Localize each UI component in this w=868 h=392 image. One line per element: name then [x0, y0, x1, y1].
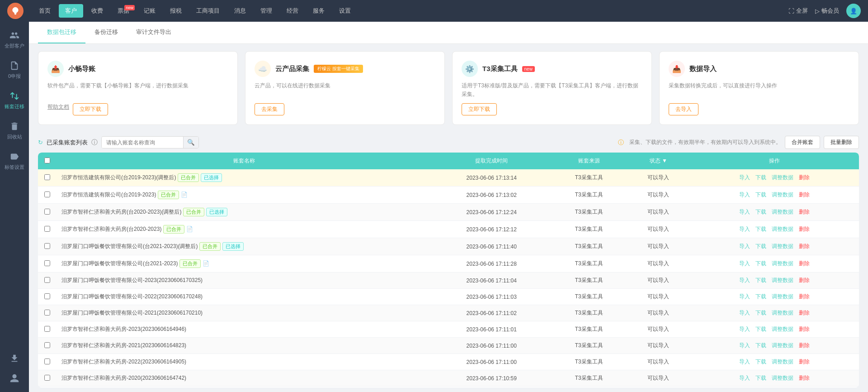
- member-btn[interactable]: ▷ 畅会员: [815, 7, 839, 15]
- import-link[interactable]: 导入: [739, 310, 750, 316]
- delete-link[interactable]: 删除: [799, 260, 810, 267]
- download-link[interactable]: 下载: [755, 277, 766, 283]
- row-checkbox[interactable]: [44, 243, 50, 249]
- nav-tax[interactable]: 报税: [164, 4, 188, 18]
- nav-fee[interactable]: 收费: [85, 4, 109, 18]
- nav-message[interactable]: 消息: [228, 4, 252, 18]
- adjust-link[interactable]: 调整数据: [772, 375, 793, 381]
- download-link[interactable]: 下载: [755, 326, 766, 332]
- card-dataimport-import-btn[interactable]: 去导入: [669, 103, 698, 115]
- row-checkbox[interactable]: [44, 277, 50, 283]
- adjust-link[interactable]: 调整数据: [772, 293, 793, 300]
- import-link[interactable]: 导入: [739, 260, 750, 267]
- delete-link[interactable]: 删除: [799, 277, 810, 283]
- download-link[interactable]: 下载: [755, 342, 766, 349]
- tab-audit-export[interactable]: 审计文件导出: [127, 22, 180, 43]
- import-link[interactable]: 导入: [739, 293, 750, 300]
- delete-link[interactable]: 删除: [799, 191, 810, 198]
- card-cloud-collect-btn[interactable]: 去采集: [255, 103, 284, 115]
- nav-manage[interactable]: 管理: [254, 4, 278, 18]
- delete-link[interactable]: 删除: [799, 209, 810, 215]
- nav-invoice[interactable]: 票据 new: [111, 4, 136, 18]
- download-link[interactable]: 下载: [755, 310, 766, 316]
- refresh-icon[interactable]: ↻: [38, 139, 43, 146]
- tab-data-migrate[interactable]: 数据包迁移: [38, 22, 85, 43]
- adjust-link[interactable]: 调整数据: [772, 359, 793, 365]
- delete-link[interactable]: 删除: [799, 243, 810, 249]
- download-link[interactable]: 下载: [755, 359, 766, 365]
- sidebar-item-download[interactable]: [0, 349, 29, 368]
- delete-link[interactable]: 删除: [799, 293, 810, 300]
- adjust-link[interactable]: 调整数据: [772, 191, 793, 198]
- adjust-link[interactable]: 调整数据: [772, 174, 793, 181]
- import-link[interactable]: 导入: [739, 191, 750, 198]
- nav-settings[interactable]: 设置: [333, 4, 357, 18]
- import-link[interactable]: 导入: [739, 243, 750, 249]
- download-link[interactable]: 下载: [755, 226, 766, 232]
- adjust-link[interactable]: 调整数据: [772, 209, 793, 215]
- file-icon[interactable]: 📄: [203, 260, 209, 267]
- col-status[interactable]: 状态 ▼: [627, 153, 690, 169]
- fullscreen-btn[interactable]: ⛶ 全屏: [788, 7, 808, 15]
- adjust-link[interactable]: 调整数据: [772, 326, 793, 332]
- adjust-link[interactable]: 调整数据: [772, 310, 793, 316]
- select-all-checkbox[interactable]: [44, 158, 50, 163]
- nav-business[interactable]: 工商项目: [190, 4, 226, 18]
- delete-link[interactable]: 删除: [799, 174, 810, 181]
- table-scroll[interactable]: 账套名称 提取完成时间 账套来源 状态 ▼ 操作 汨罗市恒浩建筑有限公司(台20…: [38, 153, 859, 387]
- sidebar-item-account-migrate[interactable]: 账套迁移: [0, 86, 29, 115]
- help-icon[interactable]: ⓘ: [91, 139, 98, 147]
- row-checkbox[interactable]: [44, 260, 50, 266]
- import-link[interactable]: 导入: [739, 326, 750, 332]
- import-link[interactable]: 导入: [739, 359, 750, 365]
- download-link[interactable]: 下载: [755, 260, 766, 267]
- download-link[interactable]: 下载: [755, 209, 766, 215]
- batch-delete-btn[interactable]: 批量删除: [824, 136, 859, 149]
- row-checkbox[interactable]: [44, 174, 50, 180]
- download-link[interactable]: 下载: [755, 293, 766, 300]
- delete-link[interactable]: 删除: [799, 359, 810, 365]
- delete-link[interactable]: 删除: [799, 226, 810, 232]
- row-checkbox[interactable]: [44, 191, 50, 197]
- row-checkbox[interactable]: [44, 359, 50, 364]
- import-link[interactable]: 导入: [739, 226, 750, 232]
- avatar[interactable]: 👤: [846, 4, 861, 18]
- download-link[interactable]: 下载: [755, 191, 766, 198]
- tab-backup-migrate[interactable]: 备份迁移: [85, 22, 127, 43]
- import-link[interactable]: 导入: [739, 174, 750, 181]
- merge-btn[interactable]: 合并账套: [785, 136, 820, 149]
- nav-operation[interactable]: 经营: [280, 4, 305, 18]
- nav-home[interactable]: 首页: [33, 4, 57, 18]
- adjust-link[interactable]: 调整数据: [772, 260, 793, 267]
- import-link[interactable]: 导入: [739, 375, 750, 381]
- delete-link[interactable]: 删除: [799, 342, 810, 349]
- adjust-link[interactable]: 调整数据: [772, 342, 793, 349]
- sidebar-item-user[interactable]: [0, 368, 29, 388]
- sidebar-item-tag-settings[interactable]: 标签设置: [0, 147, 29, 175]
- delete-link[interactable]: 删除: [799, 326, 810, 332]
- import-link[interactable]: 导入: [739, 277, 750, 283]
- adjust-link[interactable]: 调整数据: [772, 243, 793, 249]
- nav-bookkeep[interactable]: 记账: [137, 4, 162, 18]
- download-link[interactable]: 下载: [755, 375, 766, 381]
- file-icon[interactable]: 📄: [186, 226, 193, 232]
- row-checkbox[interactable]: [44, 326, 50, 332]
- row-checkbox[interactable]: [44, 375, 50, 381]
- import-link[interactable]: 导入: [739, 342, 750, 349]
- search-input[interactable]: [102, 137, 183, 148]
- download-link[interactable]: 下载: [755, 243, 766, 249]
- row-checkbox[interactable]: [44, 226, 50, 232]
- search-button[interactable]: 🔍: [183, 137, 198, 148]
- card-t3-download-btn[interactable]: 立即下载: [462, 103, 497, 115]
- row-checkbox[interactable]: [44, 310, 50, 316]
- row-checkbox[interactable]: [44, 342, 50, 348]
- logo[interactable]: [7, 3, 24, 19]
- delete-link[interactable]: 删除: [799, 375, 810, 381]
- file-icon[interactable]: 📄: [181, 191, 188, 198]
- nav-customer[interactable]: 客户: [59, 4, 83, 18]
- nav-service[interactable]: 服务: [307, 4, 331, 18]
- row-checkbox[interactable]: [44, 209, 50, 215]
- card-xiaochang-download-btn[interactable]: 立即下载: [73, 103, 108, 115]
- sidebar-item-all-customers[interactable]: 全部客户: [0, 25, 29, 54]
- sidebar-item-recycle[interactable]: 回收站: [0, 116, 29, 145]
